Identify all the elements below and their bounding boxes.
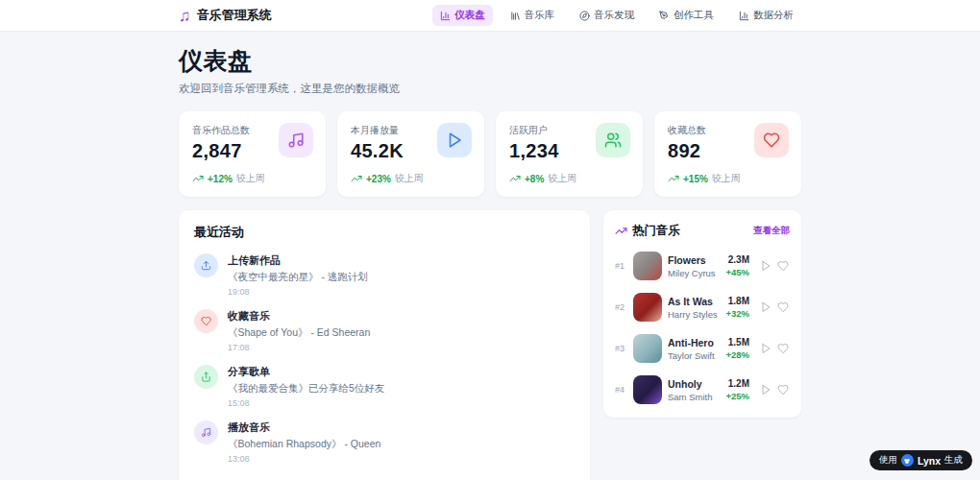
song-rank: #2 <box>615 302 627 312</box>
view-all-hot-music-link[interactable]: 查看全部 <box>753 225 790 237</box>
heart-icon <box>777 260 789 272</box>
album-art <box>633 252 662 280</box>
nav-item-music-discovery[interactable]: 音乐发现 <box>572 5 642 26</box>
brand[interactable]: ♫ 音乐管理系统 <box>179 7 272 24</box>
activity-title: 收藏音乐 <box>228 309 370 324</box>
trending-up-icon <box>192 173 204 184</box>
badge-brand: Lynx <box>918 455 941 467</box>
lynx-badge[interactable]: 使用 Lynx 生成 <box>870 450 972 470</box>
nav-item-label: 创作工具 <box>674 9 714 22</box>
song-plays: 1.8M <box>725 296 749 306</box>
top-nav: ♫ 音乐管理系统 仪表盘 音乐库 音乐发现 创作工具 数据分析 <box>0 0 980 32</box>
play-button[interactable] <box>760 301 772 314</box>
trend-percent: +8% <box>525 174 544 184</box>
trending-up-icon <box>615 225 627 237</box>
song-title: Anti-Hero <box>668 337 715 348</box>
lynx-logo-icon <box>901 454 914 467</box>
heart-icon <box>777 343 789 354</box>
play-button[interactable] <box>760 384 772 396</box>
activity-desc: 《Shape of You》 - Ed Sheeran <box>228 326 370 340</box>
activity-item-upload: 上传新作品 《夜空中最亮的星》 - 逃跑计划 19:08 <box>194 253 575 297</box>
favorite-button[interactable] <box>777 343 790 355</box>
song-stats: 1.2M +25% <box>725 378 749 401</box>
song-rank: #3 <box>615 344 627 353</box>
nav-item-label: 音乐库 <box>525 9 555 22</box>
song-title: As It Was <box>668 296 718 307</box>
page-subtitle: 欢迎回到音乐管理系统，这里是您的数据概览 <box>179 82 801 96</box>
share-icon <box>194 365 218 389</box>
hot-music-header: 热门音乐 查看全部 <box>615 223 790 239</box>
trending-up-icon <box>668 173 679 184</box>
nav-item-label: 数据分析 <box>753 9 794 22</box>
nav-item-music-library[interactable]: 音乐库 <box>502 5 563 26</box>
song-plays: 1.5M <box>725 337 749 348</box>
music-note-icon <box>279 123 313 157</box>
badge-suffix: 生成 <box>944 454 963 467</box>
main-row: 最近活动 上传新作品 《夜空中最亮的星》 - 逃跑计划 19:08 收藏音乐 《… <box>179 210 801 480</box>
album-art <box>633 334 662 363</box>
stat-trend: +12% 较上周 <box>192 172 312 185</box>
play-button[interactable] <box>760 260 772 273</box>
play-icon <box>760 384 772 396</box>
stat-trend: +8% 较上周 <box>509 172 629 185</box>
activity-body: 上传新作品 《夜空中最亮的星》 - 逃跑计划 19:08 <box>228 253 368 297</box>
song-trend: +28% <box>725 349 749 360</box>
nav-item-label: 仪表盘 <box>454 9 485 22</box>
trend-percent: +23% <box>366 174 391 184</box>
activity-title: 上传新作品 <box>228 253 368 268</box>
trend-note: 较上周 <box>548 172 576 185</box>
song-plays: 1.2M <box>725 378 749 389</box>
play-button[interactable] <box>760 343 772 355</box>
song-actions <box>760 343 790 355</box>
compass-icon <box>579 11 590 21</box>
hot-music-title: 热门音乐 <box>632 223 680 239</box>
song-artist: Taylor Swift <box>668 350 715 361</box>
trending-up-icon <box>509 173 521 184</box>
favorite-button[interactable] <box>777 301 790 314</box>
stat-card-active-users: 活跃用户 1,234 +8% 较上周 <box>496 111 643 197</box>
favorite-button[interactable] <box>777 260 790 273</box>
activity-body: 播放音乐 《Bohemian Rhapsody》 - Queen 13:08 <box>228 420 380 464</box>
activity-body: 收藏音乐 《Shape of You》 - Ed Sheeran 17:08 <box>228 309 370 352</box>
bar-chart-icon <box>440 11 451 21</box>
play-icon <box>760 343 772 354</box>
song-trend: +32% <box>725 308 749 319</box>
trend-percent: +15% <box>683 174 708 184</box>
nav-item-creation-tools[interactable]: 创作工具 <box>651 5 722 26</box>
song-trend: +25% <box>725 391 749 401</box>
trend-note: 较上周 <box>395 172 424 185</box>
song-artist: Miley Cyrus <box>668 268 716 278</box>
nav-item-dashboard[interactable]: 仪表盘 <box>432 5 493 26</box>
song-rank: #4 <box>615 385 627 395</box>
stat-trend: +15% 较上周 <box>668 172 788 185</box>
view-all-activities-link[interactable]: 查看所有活动 <box>194 476 575 480</box>
activity-title: 分享歌单 <box>228 365 384 379</box>
heart-icon <box>777 384 789 396</box>
trend-note: 较上周 <box>236 172 265 185</box>
favorite-button[interactable] <box>777 384 790 396</box>
activity-desc: 《我的最爱合集》已分享给5位好友 <box>228 382 384 396</box>
album-art <box>633 375 662 404</box>
stats-row: 音乐作品总数 2,847 +12% 较上周 本月播放量 45.2K +23% 较… <box>179 111 801 197</box>
hot-music-card: 热门音乐 查看全部 #1 Flowers Miley Cyrus 2.3M +4… <box>603 210 801 418</box>
song-meta: Flowers Miley Cyrus <box>668 254 716 278</box>
play-icon <box>760 301 772 313</box>
activity-list: 上传新作品 《夜空中最亮的星》 - 逃跑计划 19:08 收藏音乐 《Shape… <box>194 253 575 464</box>
badge-prefix: 使用 <box>879 454 897 467</box>
trend-note: 较上周 <box>712 172 741 185</box>
page-title: 仪表盘 <box>179 45 801 77</box>
music-note-icon <box>194 420 218 444</box>
nav-menu: 仪表盘 音乐库 音乐发现 创作工具 数据分析 <box>432 5 801 26</box>
activities-title: 最近活动 <box>194 224 575 241</box>
album-art <box>633 293 662 322</box>
users-icon <box>596 123 630 157</box>
heart-icon <box>754 123 789 157</box>
nav-item-data-analysis[interactable]: 数据分析 <box>731 5 801 26</box>
activity-desc: 《夜空中最亮的星》 - 逃跑计划 <box>228 271 368 284</box>
activity-item-favorite: 收藏音乐 《Shape of You》 - Ed Sheeran 17:08 <box>194 309 575 352</box>
activity-time: 13:08 <box>228 454 380 464</box>
play-icon <box>760 260 772 272</box>
page-header: 仪表盘 欢迎回到音乐管理系统，这里是您的数据概览 <box>179 45 801 96</box>
activity-time: 17:08 <box>228 343 370 352</box>
song-trend: +45% <box>725 267 749 277</box>
